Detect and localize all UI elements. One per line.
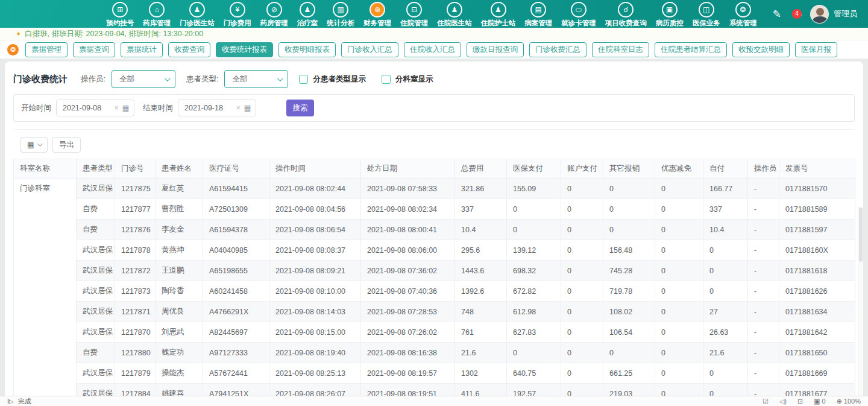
column-header[interactable]: 医保支付 (507, 159, 561, 179)
table-row[interactable]: 自费1217876李友金A615943782021-09-08 08:06:54… (14, 220, 855, 240)
zoom-icon[interactable]: ⊕100% (837, 398, 861, 405)
tab-item[interactable]: 收费统计报表 (216, 42, 273, 57)
table-cell: 2021-09-08 08:06:00 (361, 240, 455, 261)
module-item[interactable]: ⊞预约挂号 (106, 0, 134, 28)
clear-icon[interactable]: × (115, 104, 119, 112)
module-item[interactable]: ▤病案管理 (524, 0, 552, 28)
tab-item[interactable]: 票据管理 (25, 42, 68, 57)
table-toolbar: ▦ 导出 (13, 137, 855, 153)
module-item[interactable]: ⌂药库管理 (143, 0, 171, 28)
table-cell: 0 (655, 302, 703, 322)
table-row[interactable]: 武汉居保1217871周优良A4766291X2021-09-08 08:14:… (14, 302, 855, 322)
search-button[interactable]: 搜索 (286, 100, 314, 116)
module-item[interactable]: ♟住院医生站 (437, 0, 472, 28)
calendar-icon[interactable]: ▦ (244, 104, 251, 112)
column-header[interactable]: 患者类型 (77, 159, 115, 179)
by-patient-type-checkbox[interactable]: 分患者类型显示 (299, 74, 366, 84)
tab-item[interactable]: 门诊收入汇总 (341, 42, 398, 57)
column-settings-button[interactable]: ▦ (20, 137, 48, 153)
table-row[interactable]: 门诊科室武汉居保1217875夏红英A615944152021-09-08 08… (14, 179, 855, 199)
column-header[interactable]: 操作时间 (269, 159, 361, 179)
table-cell: 2021-09-08 08:00:41 (361, 220, 455, 240)
table-row[interactable]: 自费1217877曹烈胜A725013092021-09-08 08:04:56… (14, 199, 855, 220)
operator-select[interactable]: 全部 (112, 70, 175, 88)
module-item[interactable]: ♟住院护士站 (481, 0, 516, 28)
speaker-icon[interactable]: ◁) (779, 398, 787, 405)
column-header[interactable]: 总费用 (455, 159, 507, 179)
check-icon[interactable]: ☑ (763, 398, 769, 405)
table-cell: 0 (561, 363, 603, 384)
gear-icon: ⊛ (370, 2, 385, 17)
tab-item[interactable]: 收费明细报表 (278, 42, 336, 57)
table-row[interactable]: 武汉居保1217878黄燕坤A040409852021-09-08 08:08:… (14, 240, 855, 261)
column-header[interactable]: 其它报销 (603, 159, 655, 179)
column-header[interactable]: 自付 (703, 159, 748, 179)
table-cell: 0 (655, 343, 703, 363)
table-cell: 0171881597 (779, 220, 855, 240)
tab-item[interactable]: 门诊收费汇总 (529, 42, 587, 57)
module-item[interactable]: ♟门诊医生站 (180, 0, 215, 28)
module-item[interactable]: ▭就诊卡管理 (561, 0, 596, 28)
module-item[interactable]: ♟治疗室 (297, 0, 318, 28)
tab-item[interactable]: 收预交款明细 (732, 42, 790, 57)
table-row[interactable]: 武汉居保1217870刘思武A824456972021-09-08 08:15:… (14, 322, 855, 343)
end-date-input[interactable]: 2021-09-18 × ▦ (178, 100, 256, 116)
module-item[interactable]: ⊛财务管理 (363, 0, 391, 28)
module-item[interactable]: ⊟住院管理 (400, 0, 428, 28)
table-cell: 武汉居保 (77, 363, 115, 384)
calendar-icon[interactable]: ▦ (122, 104, 129, 112)
table-row[interactable]: 自费1217880魏定功A971273332021-09-08 08:19:40… (14, 343, 855, 363)
export-button[interactable]: 导出 (52, 137, 81, 153)
edit-pencil-icon[interactable]: ✎ (773, 8, 781, 21)
column-header[interactable]: 门诊号 (115, 159, 156, 179)
table-cell: - (748, 240, 779, 261)
doctor-icon: ♟ (189, 2, 205, 17)
table-cell: 0 (655, 220, 703, 240)
patient-type-select[interactable]: 全部 (224, 70, 288, 88)
column-header[interactable]: 发票号 (779, 159, 855, 179)
column-header[interactable]: 账户支付 (561, 159, 603, 179)
column-header[interactable]: 科室名称 (14, 159, 77, 179)
table-cell: 0 (561, 281, 603, 302)
module-item[interactable]: ▥统计分析 (327, 0, 354, 28)
tab-item[interactable]: 收费查询 (168, 42, 210, 57)
tab-item[interactable]: 住院收入汇总 (404, 42, 461, 57)
table-cell: 661.25 (603, 363, 655, 384)
column-header[interactable]: 处方日期 (361, 159, 455, 179)
module-item[interactable]: ▣病历质控 (656, 0, 684, 28)
column-header[interactable]: 医疗证号 (203, 159, 269, 179)
vertical-scrollbar[interactable] (858, 206, 863, 396)
table-row[interactable]: 武汉居保1217884姚建喜A7941251X2021-09-08 08:26:… (14, 384, 855, 396)
tab-item[interactable]: 医保月报 (795, 42, 837, 57)
module-item[interactable]: ❂系统管理 (729, 0, 757, 28)
column-header[interactable]: 操作员 (748, 159, 779, 179)
table-section: ▦ 导出 科室名称患者类型门诊号患者姓名医疗证号操作时间处方日期总费用医保支付账… (13, 129, 855, 396)
user-menu[interactable]: 管理员 (810, 5, 857, 24)
counter-icon[interactable]: ▣0 (814, 398, 826, 405)
printer-icon[interactable]: ⊡ (797, 398, 803, 405)
column-header[interactable]: 患者姓名 (156, 159, 203, 179)
table-cell: 337 (703, 199, 748, 220)
chevron-down-icon (165, 75, 171, 81)
clear-icon[interactable]: × (236, 104, 241, 112)
table-row[interactable]: 武汉居保1217872王道鹏A651986552021-09-08 08:09:… (14, 261, 855, 281)
table-cell: 0 (561, 261, 603, 281)
table-cell: 0 (655, 261, 703, 281)
tab-item[interactable]: 住院患者结算汇总 (655, 42, 727, 57)
table-row[interactable]: 武汉居保1217873陶玲香A602414582021-09-08 08:10:… (14, 281, 855, 302)
table-row[interactable]: 武汉居保1217879操能杰A576724412021-09-08 08:25:… (14, 363, 855, 384)
tab-item[interactable]: 票据统计 (121, 42, 163, 57)
by-department-checkbox[interactable]: 分科室显示 (382, 74, 433, 84)
module-item[interactable]: ◫医保业务 (693, 0, 720, 28)
module-item[interactable]: ☌项目收费查询 (605, 0, 647, 28)
tab-item[interactable]: 住院科室日志 (592, 42, 649, 57)
table-cell: 0171881642 (779, 322, 855, 343)
column-header[interactable]: 优惠减免 (655, 159, 703, 179)
module-item[interactable]: ⊘药房管理 (260, 0, 288, 28)
tab-item[interactable]: 缴款日报查询 (467, 42, 524, 57)
module-item[interactable]: ¥门诊费用 (224, 0, 251, 28)
tabbar-gear-icon[interactable]: ❂ (7, 44, 19, 56)
tab-item[interactable]: 票据查询 (73, 42, 115, 57)
scrollbar-thumb[interactable] (859, 208, 863, 262)
start-date-input[interactable]: 2021-09-08 × ▦ (56, 100, 134, 116)
